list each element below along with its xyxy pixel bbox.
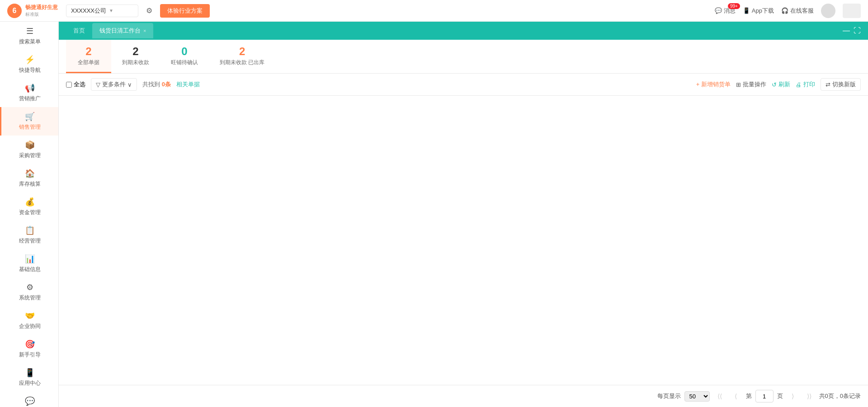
- system-icon: ⚙: [26, 282, 33, 292]
- stats-tabs: 2 全部单据 2 到期未收款 0 旺铺待确认 2 到期未收款 已出库: [59, 40, 868, 74]
- sidebar-item-sales[interactable]: 🛒 销售管理: [0, 107, 58, 136]
- sidebar-item-operations[interactable]: 📋 经营管理: [0, 221, 58, 249]
- tab-home-label: 首页: [73, 27, 85, 35]
- top-right-area: 💬 消息 99+ 📱 App下载 🎧 在线客服: [715, 4, 861, 18]
- trial-button[interactable]: 体验行业方案: [160, 4, 210, 18]
- filter-label: 更多条件: [102, 80, 126, 89]
- print-button[interactable]: 🖨 打印: [796, 80, 815, 89]
- page-size-label: 每页显示: [657, 392, 681, 400]
- refresh-button[interactable]: ↺ 刷新: [772, 80, 790, 89]
- online-service-label: 在线客服: [790, 7, 814, 15]
- quick-nav-icon: ⚡: [25, 55, 35, 65]
- operations-icon: 📋: [25, 225, 35, 235]
- content-area: 首页 钱货日清工作台 × — ⛶ 2 全部单据 2 到期未收款 0: [59, 22, 868, 407]
- add-sales-order-button[interactable]: + 新增销货单: [696, 80, 731, 89]
- toolbar: 全选 ▽ 更多条件 ∨ 共找到 0条 相关单据 + 新增销货单 ⊞ 批量操作 ↺: [59, 74, 868, 96]
- stat-label-wangwang: 旺铺待确认: [171, 59, 198, 66]
- app-center-icon: 📱: [25, 368, 35, 378]
- logo-text-block: 畅捷通好生意 标准版: [25, 4, 58, 18]
- stat-label-overdue-shipped: 到期未收款 已出库: [220, 59, 264, 66]
- sidebar-label-cooperation: 企业协同: [19, 323, 41, 330]
- search-menu-icon: ☰: [26, 26, 33, 36]
- company-dropdown-arrow: ▼: [109, 8, 113, 13]
- sidebar-item-search-menu[interactable]: ☰ 搜索菜单: [0, 22, 58, 50]
- tab-close-icon[interactable]: ×: [143, 28, 146, 33]
- sidebar-label-operations: 经营管理: [19, 237, 41, 245]
- cooperation-icon: 🤝: [25, 311, 35, 321]
- sidebar-label-guide: 新手引导: [19, 351, 41, 359]
- sidebar-item-finance[interactable]: 💰 资金管理: [0, 192, 58, 221]
- refresh-icon: ↺: [772, 81, 777, 88]
- sidebar-label-finance: 资金管理: [19, 209, 41, 216]
- purchase-icon: 📦: [25, 140, 35, 150]
- stat-tab-overdue-shipped[interactable]: 2 到期未收款 已出库: [209, 40, 275, 73]
- messages-badge: 99+: [728, 3, 740, 9]
- page-suffix: 页: [777, 392, 783, 400]
- sidebar-label-sales: 销售管理: [19, 123, 41, 131]
- select-all-input[interactable]: [66, 82, 72, 88]
- toolbar-right: + 新增销货单 ⊞ 批量操作 ↺ 刷新 🖨 打印 ⇄ 切换新版: [696, 78, 861, 91]
- company-selector[interactable]: XXXXXX公司 ▼: [66, 5, 138, 17]
- prev-page-button[interactable]: ⟨: [730, 390, 742, 402]
- table-area: [59, 96, 868, 385]
- batch-operation-button[interactable]: ⊞ 批量操作: [736, 80, 766, 89]
- switch-version-button[interactable]: ⇄ 切换新版: [821, 78, 861, 91]
- first-page-button[interactable]: ⟨⟨: [713, 390, 726, 402]
- app-download-button[interactable]: 📱 App下载: [743, 7, 774, 15]
- company-name: XXXXXX公司: [71, 7, 106, 15]
- wecom-icon: 💬: [25, 396, 35, 406]
- sidebar-item-guide[interactable]: 🎯 新手引导: [0, 335, 58, 363]
- tab-expand-icon[interactable]: ⛶: [854, 27, 861, 35]
- found-count: 0条: [162, 81, 171, 88]
- page-number-input[interactable]: [755, 390, 774, 402]
- filter-icon: ▽: [96, 81, 100, 88]
- filter-button[interactable]: ▽ 更多条件 ∨: [91, 78, 137, 91]
- sidebar-item-purchase[interactable]: 📦 采购管理: [0, 136, 58, 164]
- print-icon: 🖨: [796, 81, 802, 88]
- marketing-icon: 📢: [25, 83, 35, 93]
- logo-badge: 标准版: [25, 11, 58, 18]
- sidebar-item-cooperation[interactable]: 🤝 企业协同: [0, 306, 58, 335]
- stat-number-all: 2: [85, 45, 91, 58]
- sidebar-label-system: 系统管理: [19, 294, 41, 302]
- logo-title: 畅捷通好生意: [25, 4, 58, 11]
- pagination: 每页显示 50 100 200 ⟨⟨ ⟨ 第 页 ⟩ ⟩⟩ 共0页，0条记录: [59, 385, 868, 407]
- sidebar: ☰ 搜索菜单 ⚡ 快捷导航 📢 营销推广 🛒 销售管理 📦 采购管理 🏠 库存核…: [0, 22, 59, 407]
- sidebar-item-wecom[interactable]: 💬 企业微信: [0, 392, 58, 407]
- next-page-button[interactable]: ⟩: [787, 390, 799, 402]
- tab-cash-workbench[interactable]: 钱货日清工作台 ×: [92, 23, 153, 38]
- related-orders-link[interactable]: 相关单据: [176, 80, 200, 89]
- finance-icon: 💰: [25, 197, 35, 207]
- avatar[interactable]: [821, 4, 835, 18]
- stat-tab-wangwang[interactable]: 0 旺铺待确认: [160, 40, 209, 73]
- guide-icon: 🎯: [25, 339, 35, 349]
- select-all-label: 全选: [74, 80, 85, 89]
- sidebar-item-app-center[interactable]: 📱 应用中心: [0, 363, 58, 392]
- sidebar-label-purchase: 采购管理: [19, 152, 41, 159]
- page-size-select[interactable]: 50 100 200: [684, 391, 710, 402]
- sidebar-item-quick-nav[interactable]: ⚡ 快捷导航: [0, 50, 58, 79]
- user-name-display[interactable]: [843, 4, 861, 18]
- sidebar-label-marketing: 营销推广: [19, 95, 41, 103]
- app-download-label: App下载: [752, 7, 774, 15]
- app-download-icon: 📱: [743, 7, 750, 14]
- sidebar-item-inventory[interactable]: 🏠 库存核算: [0, 164, 58, 192]
- found-text: 共找到 0条: [142, 80, 171, 89]
- sidebar-label-inventory: 库存核算: [19, 180, 41, 188]
- online-service-button[interactable]: 🎧 在线客服: [781, 7, 814, 15]
- sidebar-item-marketing[interactable]: 📢 营销推广: [0, 79, 58, 107]
- sidebar-label-app-center: 应用中心: [19, 379, 41, 387]
- stat-tab-all[interactable]: 2 全部单据: [66, 40, 111, 73]
- last-page-button[interactable]: ⟩⟩: [803, 390, 816, 402]
- tab-bar-actions: — ⛶: [843, 27, 861, 35]
- sidebar-label-search-menu: 搜索菜单: [19, 38, 41, 46]
- select-all-checkbox[interactable]: 全选: [66, 80, 85, 89]
- sidebar-item-system[interactable]: ⚙ 系统管理: [0, 278, 58, 306]
- sidebar-item-base-info[interactable]: 📊 基础信息: [0, 249, 58, 278]
- inventory-icon: 🏠: [25, 168, 35, 178]
- tab-minimize-icon[interactable]: —: [843, 27, 850, 35]
- tab-home[interactable]: 首页: [66, 23, 92, 38]
- stat-tab-overdue[interactable]: 2 到期未收款: [111, 40, 160, 73]
- messages-button[interactable]: 💬 消息 99+: [715, 7, 736, 15]
- settings-button[interactable]: ⚙: [142, 4, 156, 18]
